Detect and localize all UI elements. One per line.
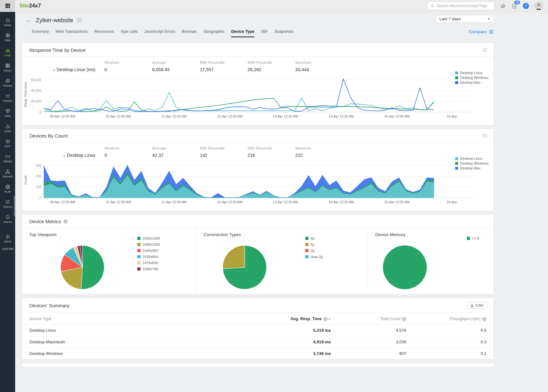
panel-menu-icon[interactable]: [483, 49, 487, 52]
app-grid-button[interactable]: [0, 0, 15, 12]
tab-browser[interactable]: Browser: [182, 29, 197, 37]
table-header-row: Device TypeAvg. Resp. Timei▼Total Counti…: [22, 313, 494, 325]
help-button[interactable]: ?: [523, 3, 529, 9]
compare-link[interactable]: Compare: [469, 29, 494, 34]
legend-item[interactable]: Desktop Windows: [455, 76, 488, 80]
tab-javascript-errors[interactable]: JavaScript Errors: [144, 29, 175, 37]
col-avg-resp-time[interactable]: Avg. Resp. Timei▼: [258, 313, 338, 325]
expand-chevron-icon[interactable]: ▸: [54, 68, 55, 72]
megaphone-icon: [500, 3, 506, 9]
info-icon[interactable]: i: [64, 219, 68, 224]
csv-export-button[interactable]: CSV: [467, 302, 487, 309]
legend-item[interactable]: Desktop Linux: [455, 157, 488, 160]
sidebar-item-aws[interactable]: AWS: [0, 105, 15, 120]
legend-item[interactable]: 1366x768: [137, 267, 160, 271]
table-row[interactable]: Desktop Windows3,746 ms6070.1: [22, 348, 494, 359]
legend-item[interactable]: 3g: [305, 243, 323, 246]
table-row[interactable]: Desktop Macintosh4,919 ms3,0350.3: [22, 336, 494, 348]
tab-web-transactions[interactable]: Web Transactions: [55, 29, 88, 37]
legend-item[interactable]: 1280x800: [137, 273, 160, 273]
panel-menu-icon[interactable]: [483, 134, 487, 138]
legend-item[interactable]: 1440x900: [137, 249, 160, 253]
sidebar-item-azure[interactable]: Azure: [0, 120, 15, 136]
tab-geographic[interactable]: Geographic: [204, 29, 225, 37]
legend-item[interactable]: 1920x1080: [137, 236, 160, 240]
time-range-select[interactable]: Last 7 days ▼: [436, 15, 494, 23]
cell-avg-resp-time: 5,319 ms: [258, 325, 338, 336]
legend-item[interactable]: Desktop Windows: [455, 161, 488, 165]
legend-item[interactable]: 4g: [305, 236, 323, 240]
stats-series-label[interactable]: ▸Desktop Linux (ms): [22, 61, 104, 72]
connection-types-legend: 4g3g2gslow-2g: [305, 236, 323, 259]
info-icon[interactable]: i: [323, 317, 328, 321]
col-total-count[interactable]: Total Counti: [338, 313, 414, 325]
legend-item[interactable]: Desktop Linux: [455, 71, 488, 75]
metrics-icon: [5, 199, 10, 205]
expand-chevron-icon[interactable]: ▸: [64, 154, 66, 158]
devices-summary-table: Device TypeAvg. Resp. Timei▼Total Counti…: [22, 313, 494, 359]
sidebar-scrollbar[interactable]: [14, 196, 15, 216]
legend-item[interactable]: 2g: [305, 249, 323, 253]
sidebar-clock: 3:52 PM: [2, 247, 13, 251]
sidebar-item-apm[interactable]: APM: [0, 45, 15, 60]
main-area: ← Zylker-website Last 7 days ▼ SummaryWe…: [15, 12, 548, 392]
stat-average: Average42.37: [152, 146, 200, 158]
legend-item[interactable]: slow-2g: [305, 255, 323, 259]
legend-item[interactable]: 1476x830: [137, 261, 160, 265]
legend-swatch: [137, 243, 141, 246]
legend-item[interactable]: 1680x1050: [137, 243, 160, 246]
info-icon[interactable]: i: [402, 317, 406, 321]
col-throughput[interactable]: Throughput (rpm)i: [413, 313, 494, 325]
announcements-button[interactable]: [500, 3, 506, 9]
sidebar-item-server[interactable]: Server: [0, 60, 15, 75]
back-button[interactable]: ←: [26, 17, 32, 24]
cell-device: Desktop Linux: [22, 325, 258, 336]
sidebar-item-network[interactable]: Network: [0, 166, 15, 181]
sidebar-item-metrics[interactable]: Metrics: [0, 196, 15, 211]
stats-series-label[interactable]: ▸Desktop Linux: [22, 146, 104, 158]
sidebar-item-label: Web: [5, 39, 10, 42]
site24x7-logo[interactable]: Site24x7: [19, 3, 41, 9]
tab-ajax-calls[interactable]: Ajax calls: [121, 29, 138, 37]
cell-throughput: 0.3: [413, 336, 494, 348]
tasks-button[interactable]: 10: [512, 3, 517, 9]
svg-text:16-Apr..: 16-Apr..: [447, 114, 459, 118]
table-row[interactable]: Desktop Linux5,319 ms4,5790.5: [22, 325, 494, 336]
network-icon: [5, 169, 10, 174]
tab-snapshots[interactable]: Snapshots: [274, 29, 293, 37]
sidebar-item-vmware[interactable]: VMware: [0, 75, 15, 90]
vmware-icon: [5, 78, 10, 83]
tab-isp[interactable]: ISP: [261, 29, 268, 37]
device-memory-legend: >= 8: [467, 236, 479, 240]
legend-item[interactable]: 1536x864: [137, 255, 160, 259]
sidebar-item-rum[interactable]: RUM: [0, 181, 15, 196]
legend-item[interactable]: >= 8: [467, 236, 479, 240]
legend-item[interactable]: Desktop Mac: [455, 81, 488, 84]
alibaba-icon: [5, 154, 10, 159]
devices-summary-title: Devices' Summary: [29, 303, 70, 308]
user-menu-button[interactable]: [534, 2, 543, 10]
sidebar-item-alibaba[interactable]: Alibaba: [0, 151, 15, 166]
connection-types-section: Connnection Types 4g3g2gslow-2g: [197, 228, 368, 294]
legend-item[interactable]: Desktop Mac: [455, 166, 488, 170]
monitor-list-toggle[interactable]: [77, 18, 82, 22]
sidebar-item-web[interactable]: Web: [0, 30, 15, 45]
sidebar-item-admin[interactable]: Admin: [0, 231, 15, 246]
sidebar-item-nutanix[interactable]: Nutanix: [0, 90, 15, 105]
devices-count-title: Devices By Count: [29, 133, 68, 139]
global-search[interactable]: [427, 2, 494, 10]
legend-swatch: [305, 243, 308, 246]
tab-summary[interactable]: Summary: [32, 29, 49, 37]
tab-resources[interactable]: Resources: [94, 29, 114, 37]
sidebar-item-alarms[interactable]: Alarms: [0, 211, 15, 226]
sort-desc-icon[interactable]: ▼: [328, 318, 331, 321]
tab-device-type[interactable]: Device Type: [231, 29, 254, 37]
sidebar-item-home[interactable]: Home: [0, 14, 15, 30]
search-input[interactable]: [436, 4, 491, 8]
sidebar-item-gcp[interactable]: GCP: [0, 136, 15, 151]
svg-text:0: 0: [39, 110, 41, 114]
device-memory-pie: [379, 242, 431, 293]
info-icon[interactable]: i: [482, 317, 486, 321]
cell-avg-resp-time: 4,919 ms: [258, 336, 338, 348]
col-device-type[interactable]: Device Type: [22, 313, 258, 325]
